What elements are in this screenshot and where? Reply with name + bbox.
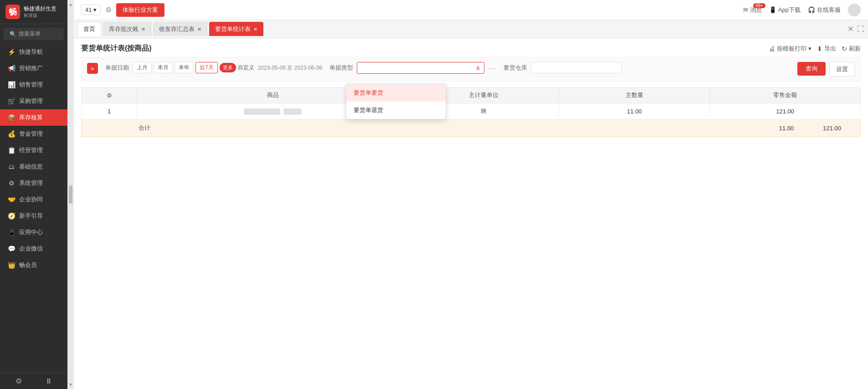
filter-settings-btn[interactable]: 设置	[829, 62, 855, 77]
marketing-icon: 📢	[7, 64, 15, 72]
sidebar-item-quick-nav[interactable]: ⚡ 快捷导航	[0, 44, 67, 60]
scroll-thumb	[69, 185, 72, 204]
row-amount: 121.00	[710, 103, 861, 119]
date-filter-group: 单据日期 上月 本月 本年 近7天 更多 自定义 2023-05-06 至 20…	[105, 62, 322, 73]
page-actions: 🖨 按模板打印 ▾ ⬇ 导出 ↻ 刷新	[769, 45, 861, 53]
main-content: 41 ▾ ⚙ 体验行业方案 ✉ 消息 99+ 📱 App下载 🎧 在线客服	[74, 0, 868, 389]
date-btn-last-7days[interactable]: 近7天	[195, 62, 218, 73]
row-qty: 11.00	[559, 103, 710, 119]
warehouse-filter-input[interactable]	[531, 62, 622, 73]
sidebar: 畅 畅捷通好生意 标准版 🔍 搜索菜单 ⚡ 快捷导航 📢 营销推广 📊 销售管理…	[0, 0, 67, 389]
tab-order-stats[interactable]: 要货单统计表 ✕	[209, 22, 263, 36]
scroll-down-btn[interactable]: ▼	[68, 382, 73, 387]
settings-icon[interactable]: ⚙	[15, 377, 22, 385]
sidebar-item-business[interactable]: 📋 经营管理	[0, 142, 67, 159]
topbar-right: ✉ 消息 99+ 📱 App下载 🎧 在线客服	[743, 4, 861, 16]
dropdown-item-1[interactable]: 要货单退货	[346, 102, 446, 119]
tab-home[interactable]: 首页	[77, 22, 101, 36]
topbar-gear-icon[interactable]: ⚙	[105, 5, 112, 14]
tabs-bar: 首页 库存批次账 ✕ 收发存汇总表 ✕ 要货单统计表 ✕ ✕ ⛶	[74, 20, 868, 38]
filter-more-options-icon[interactable]: ⋯	[488, 63, 496, 73]
export-btn[interactable]: ⬇ 导出	[817, 45, 836, 53]
export-label: 导出	[824, 45, 836, 53]
sidebar-item-label: 营销推广	[19, 64, 43, 72]
tab-expand-icon[interactable]: ⛶	[857, 25, 864, 33]
type-filter-label: 单据类型	[329, 64, 353, 72]
sidebar-item-marketing[interactable]: 📢 营销推广	[0, 60, 67, 77]
tab-receive-dispatch[interactable]: 收发存汇总表 ✕	[153, 22, 207, 36]
footer-qty: 11.00	[764, 125, 809, 132]
avatar[interactable]	[848, 4, 861, 16]
row-no: 1	[82, 103, 137, 119]
table-container: ⚙ 商品 主计量单位 主数量 零售金额 1 块	[81, 87, 861, 119]
query-btn[interactable]: 查询	[797, 62, 826, 76]
sidebar-item-member[interactable]: 👑 畅会员	[0, 257, 67, 273]
date-btn-this-month[interactable]: 本月	[154, 62, 173, 73]
print-arrow-icon: ▾	[808, 45, 812, 52]
footer-label: 合计	[103, 124, 185, 132]
col-amount-header: 零售金额	[710, 87, 861, 103]
app-center-icon: 📱	[7, 228, 15, 236]
dropdown-item-0[interactable]: 要货单要货	[346, 84, 446, 102]
basic-icon: 🗂	[7, 163, 15, 171]
support-btn[interactable]: 🎧 在线客服	[808, 6, 841, 14]
tab-label: 要货单统计表	[215, 25, 251, 33]
sidebar-item-label: 销售管理	[19, 81, 43, 89]
company-selector[interactable]: 41 ▾	[81, 5, 101, 15]
system-icon: ⚙	[7, 179, 15, 187]
sidebar-item-label: 经营管理	[19, 146, 43, 154]
search-label: 搜索菜单	[19, 30, 41, 38]
export-icon: ⬇	[817, 45, 822, 52]
data-table: ⚙ 商品 主计量单位 主数量 零售金额 1 块	[81, 87, 861, 119]
filter-expand-btn[interactable]: »	[87, 63, 98, 74]
scroll-up-btn[interactable]: ▲	[68, 2, 73, 7]
print-btn[interactable]: 🖨 按模板打印 ▾	[769, 45, 812, 53]
sidebar-item-guide[interactable]: 🧭 新手引导	[0, 208, 67, 224]
sidebar-item-enterprise[interactable]: 🤝 企业协同	[0, 191, 67, 208]
warehouse-filter-label: 要货仓库	[503, 64, 527, 72]
refresh-btn[interactable]: ↻ 刷新	[842, 45, 861, 53]
collapse-icon[interactable]: ⏸	[45, 377, 52, 385]
filter-bar: » 单据日期 上月 本月 本年 近7天 更多 自定义 2023-05-06 至 …	[81, 57, 861, 82]
tab-inventory-batch[interactable]: 库存批次账 ✕	[103, 22, 151, 36]
sidebar-scrollbar: ▲ ▼	[67, 0, 74, 389]
enterprise-icon: 🤝	[7, 195, 15, 204]
product-placeholder2	[283, 108, 302, 115]
sidebar-item-system[interactable]: ⚙ 系统管理	[0, 175, 67, 191]
date-custom-btn[interactable]: 自定义	[238, 64, 254, 72]
type-filter-input[interactable]: ∧	[357, 62, 484, 74]
date-btn-more[interactable]: 更多	[220, 63, 236, 72]
col-settings-header[interactable]: ⚙	[82, 87, 137, 103]
sidebar-search[interactable]: 🔍 搜索菜单	[4, 28, 64, 40]
tab-close-icon[interactable]: ✕	[197, 26, 201, 32]
headset-icon: 🎧	[808, 6, 815, 13]
sidebar-item-wechat[interactable]: 💬 企业微信	[0, 241, 67, 257]
messages-btn[interactable]: ✉ 消息 99+	[743, 6, 762, 14]
sidebar-item-label: 基础信息	[19, 163, 43, 171]
warehouse-filter-group: 要货仓库	[503, 62, 622, 73]
sidebar-item-sales[interactable]: 📊 销售管理	[0, 77, 67, 93]
topbar: 41 ▾ ⚙ 体验行业方案 ✉ 消息 99+ 📱 App下载 🎧 在线客服	[74, 0, 868, 20]
table-header-row: ⚙ 商品 主计量单位 主数量 零售金额	[82, 87, 861, 103]
tab-close-all-icon[interactable]: ✕	[847, 25, 853, 33]
sidebar-item-label: 企业微信	[19, 245, 43, 253]
app-download-btn[interactable]: 📱 App下载	[769, 6, 801, 14]
tab-close-icon[interactable]: ✕	[253, 26, 257, 32]
table-row: 1 块 11.00 121.00	[82, 103, 861, 119]
sidebar-item-label: 企业协同	[19, 195, 43, 204]
sidebar-item-purchase[interactable]: 🛒 采购管理	[0, 93, 67, 109]
company-value: 41	[85, 6, 92, 13]
sidebar-item-inventory[interactable]: 📦 库存核算	[0, 109, 67, 126]
print-icon: 🖨	[769, 45, 775, 52]
sidebar-item-app-center[interactable]: 📱 应用中心	[0, 224, 67, 241]
type-arrow-icon: ∧	[476, 64, 480, 72]
sidebar-item-basic[interactable]: 🗂 基础信息	[0, 159, 67, 175]
tab-close-icon[interactable]: ✕	[141, 26, 145, 32]
sidebar-item-finance[interactable]: 💰 资金管理	[0, 126, 67, 142]
page-title: 要货单统计表(按商品)	[81, 44, 152, 53]
date-filter-label: 单据日期	[105, 64, 129, 72]
sidebar-logo: 畅 畅捷通好生意 标准版	[0, 0, 67, 24]
trial-btn[interactable]: 体验行业方案	[116, 3, 164, 17]
date-btn-last-month[interactable]: 上月	[133, 62, 152, 73]
date-btn-this-year[interactable]: 本年	[175, 62, 194, 73]
